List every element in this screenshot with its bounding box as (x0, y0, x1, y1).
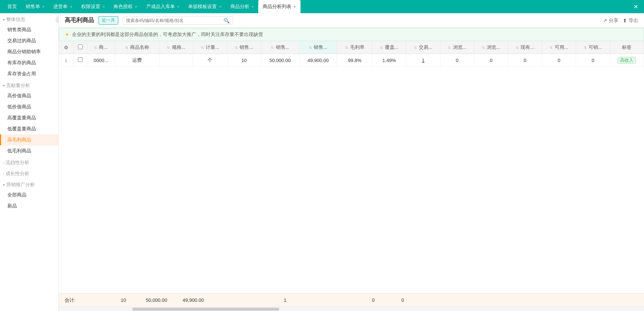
close-all-tabs[interactable]: ✕ (630, 3, 641, 10)
row-trade[interactable]: 1 (406, 54, 440, 67)
table-row: 1 0000... 运费 个 10 50,000.00 49,900.00 99… (59, 54, 644, 67)
nav-tab-sales[interactable]: 销售单 × (21, 0, 49, 13)
sidebar: « ▾ 整体信息 销售类商品 交易过的商品 商品分销助销率 有库存的商品 库存资… (0, 13, 59, 311)
col-coverage[interactable]: ⇅ 覆盖... (372, 41, 406, 54)
trade-link[interactable]: 1 (422, 58, 424, 63)
row-tag: 高收入 (610, 54, 644, 67)
row-checkbox[interactable] (78, 57, 83, 62)
settings-icon[interactable]: ⚙ (64, 45, 68, 50)
nav-tab-product-in[interactable]: 产成品入库单 × (142, 0, 184, 13)
close-permission-tab[interactable]: × (102, 4, 105, 9)
col-trade[interactable]: ⇅ 交易... (406, 41, 440, 54)
sort-icon-name: ⇅ (125, 46, 128, 50)
sidebar-group-growth[interactable]: › 成长性分析 (0, 167, 58, 178)
nav-tab-permission[interactable]: 权限设置 × (77, 0, 109, 13)
sidebar-item-low-margin[interactable]: 低毛利商品 (0, 145, 58, 156)
footer-spacer2 (300, 297, 359, 303)
sidebar-group-contribution[interactable]: ▾ 贡献量分析 (0, 79, 58, 90)
sidebar-item-stocked-goods[interactable]: 有库存的商品 (0, 57, 58, 68)
share-icon: ↗ (603, 18, 607, 23)
col-checkbox[interactable] (73, 41, 87, 54)
page-title: 高毛利商品 (65, 17, 94, 24)
col-unit[interactable]: ⇅ 计量... (193, 41, 227, 54)
sort-icon-spec: ⇅ (167, 46, 170, 50)
col-browse2[interactable]: ⇅ 浏览... (474, 41, 508, 54)
nav-tab-purchase[interactable]: 进货单 × (49, 0, 76, 13)
search-icon[interactable]: 🔍 (223, 18, 230, 23)
sort-icon-gross-rate: ⇅ (345, 46, 348, 50)
select-all-checkbox[interactable] (78, 44, 83, 49)
export-icon: ⬆ (623, 18, 627, 23)
group-arrow-marketing: ▾ (3, 183, 5, 187)
nav-tab-product-analysis[interactable]: 商品分析 × (226, 0, 258, 13)
row-stock-current: 0 (508, 54, 542, 67)
col-sale3[interactable]: ⇅ 销售... (299, 41, 337, 54)
row-sale2: 50,000.00 (261, 54, 299, 67)
col-spec[interactable]: ⇅ 规格... (159, 41, 193, 54)
col-name[interactable]: ⇅ 商品名称 (115, 41, 159, 54)
row-checkbox-cell[interactable] (73, 54, 87, 67)
row-unit: 个 (193, 54, 227, 67)
sidebar-group-trend[interactable]: › 流趋性分析 (0, 156, 58, 167)
share-button[interactable]: ↗ 分享 (603, 17, 618, 24)
sidebar-group-overall[interactable]: ▾ 整体信息 (0, 13, 58, 24)
table-wrapper: ⚙ ⇅ 商... ⇅ 商品名称 (59, 41, 644, 293)
col-stock-saleable[interactable]: ⇅ 可销... (576, 41, 610, 54)
sidebar-item-low-value[interactable]: 低价值商品 (0, 101, 58, 112)
period-button[interactable]: 近一月 (98, 16, 118, 25)
col-sale2[interactable]: ⇅ 销售... (261, 41, 299, 54)
export-button[interactable]: ⬆ 导出 (623, 17, 638, 24)
close-sales-tab[interactable]: × (42, 4, 44, 9)
close-role-tab[interactable]: × (135, 4, 137, 9)
nav-tab-home[interactable]: 首页 (3, 0, 21, 13)
sidebar-item-high-margin[interactable]: 高毛利商品 (0, 134, 58, 145)
col-gross-rate[interactable]: ⇅ 毛利率 (337, 41, 373, 54)
search-input[interactable] (126, 18, 222, 23)
sort-icon-stock-available: ⇅ (550, 46, 553, 50)
sidebar-item-new-goods[interactable]: 新品 (0, 200, 58, 211)
footer-trade: 1 (270, 297, 300, 303)
row-spec (159, 54, 193, 67)
sidebar-item-high-coverage[interactable]: 高覆盖量商品 (0, 112, 58, 123)
sidebar-group-marketing[interactable]: ▾ 营销推广分析 (0, 178, 58, 189)
sidebar-item-sales-goods[interactable]: 销售类商品 (0, 24, 58, 35)
row-num: 1 (59, 54, 73, 67)
group-arrow-overall: ▾ (3, 18, 5, 22)
sidebar-item-stock-capital[interactable]: 库存资金占用 (0, 68, 58, 79)
col-sale1[interactable]: ⇅ 销售... (227, 41, 261, 54)
col-stock-available[interactable]: ⇅ 可用... (542, 41, 576, 54)
row-browse1: 0 (440, 54, 474, 67)
close-product-in-tab[interactable]: × (177, 4, 179, 9)
footer-stock2: 0 (388, 297, 417, 303)
horizontal-scrollbar[interactable] (59, 307, 644, 311)
group-arrow-growth: › (3, 172, 4, 176)
sidebar-item-distribution-rate[interactable]: 商品分销助销率 (0, 46, 58, 57)
close-product-analysis-list-tab[interactable]: × (294, 4, 296, 9)
nav-tab-role[interactable]: 角色授权 × (109, 0, 141, 13)
footer-total: 合计: 10 50,000.00 49,900.00 1 0 0 (59, 293, 644, 307)
sort-icon-code: ⇅ (94, 46, 97, 50)
sidebar-item-traded-goods[interactable]: 交易过的商品 (0, 35, 58, 46)
nav-tab-template[interactable]: 单据模板设置 × (184, 0, 226, 13)
col-tag: 标签 (610, 41, 644, 54)
col-browse1[interactable]: ⇅ 浏览... (440, 41, 474, 54)
col-stock-current[interactable]: ⇅ 现有... (508, 41, 542, 54)
nav-tab-product-analysis-list[interactable]: 商品分析列表 × (258, 0, 300, 13)
col-settings[interactable]: ⚙ (59, 41, 73, 54)
sidebar-item-high-value[interactable]: 高价值商品 (0, 90, 58, 101)
sidebar-item-low-coverage[interactable]: 低覆盖量商品 (0, 123, 58, 134)
group-arrow-contribution: ▾ (3, 84, 5, 88)
close-product-analysis-tab[interactable]: × (252, 4, 254, 9)
close-purchase-tab[interactable]: × (70, 4, 72, 9)
footer-sale3: 49,900.00 (175, 297, 212, 303)
total-values: 10 50,000.00 49,900.00 1 0 0 (109, 297, 638, 303)
row-code: 0000... (87, 54, 115, 67)
search-box[interactable]: 🔍 (123, 17, 233, 25)
col-code[interactable]: ⇅ 商... (87, 41, 115, 54)
sidebar-item-all-goods[interactable]: 全部商品 (0, 189, 58, 200)
scrollbar-thumb[interactable] (132, 308, 279, 311)
footer-sale1: 10 (109, 297, 138, 303)
row-browse2: 0 (474, 54, 508, 67)
close-template-tab[interactable]: × (219, 4, 221, 9)
sort-icon-stock-saleable: ⇅ (584, 46, 587, 50)
